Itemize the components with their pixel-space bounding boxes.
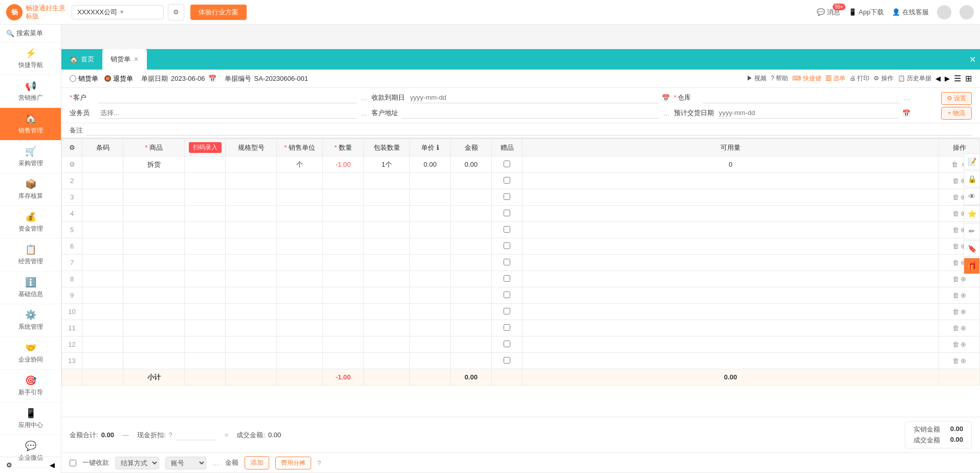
row-amount[interactable]: 0.00 [451,156,492,173]
delete-icon[interactable]: 🗑 [952,357,959,365]
tab-close-icon[interactable]: ✕ [134,56,139,63]
history-btn[interactable]: 📋 历史单据 [898,74,931,83]
delete-icon[interactable]: 🗑 [952,177,959,185]
col-scan[interactable]: 扫码录入 [185,139,226,156]
copy-icon[interactable]: ⊕ [961,357,966,365]
fenbai-button[interactable]: 费用分摊 [275,457,311,469]
list-view-icon[interactable]: ☰ [954,74,961,83]
grid-view-icon[interactable]: ⊞ [965,74,972,83]
delete-icon[interactable]: 🗑 [952,308,959,316]
select-order-btn[interactable]: ☰ 选单 [825,74,845,83]
tab-home[interactable]: 🏠 首页 [61,49,102,70]
question-icon[interactable]: ? [169,431,172,439]
delete-icon[interactable]: 🗑 [952,275,959,283]
avatar[interactable] [937,5,951,19]
row-pack-qty[interactable]: 1个 [364,156,410,173]
radio-return[interactable]: 退货单 [104,74,133,83]
sidebar-item-app-center[interactable]: 📱 应用中心 [0,402,61,435]
settings-button[interactable]: ⚙ 设置 [941,92,972,105]
customer-address-ellipsis[interactable]: … [663,109,670,117]
copy-icon[interactable]: ⊕ [961,291,966,299]
app-download-btn[interactable]: 📱 App下载 [848,8,884,17]
warehouse-ellipsis[interactable]: … [904,94,910,102]
account-ellipsis[interactable]: … [212,459,219,467]
copy-icon[interactable]: ⊕ [961,275,966,283]
sidebar-item-guide[interactable]: 🎯 新手引导 [0,370,61,402]
delete-icon[interactable]: 🗑 [952,193,959,201]
sidebar-item-marketing[interactable]: 📢 营销推广 [0,75,61,108]
copy-icon[interactable]: ⊕ [961,308,966,316]
right-tool-note[interactable]: 📝 [964,153,980,170]
calendar-icon[interactable]: 📅 [208,75,216,82]
delete-icon[interactable]: 🗑 [952,341,959,348]
company-selector[interactable]: XXXXXX公司 ▼ [72,5,164,19]
sidebar-item-finance[interactable]: 💰 资金管理 [0,206,61,239]
row-spec[interactable] [226,156,277,173]
prev-icon[interactable]: ◀ [935,75,941,82]
settings-icon-btn[interactable]: ⚙ [168,4,184,20]
sidebar-item-inventory[interactable]: 📦 库存核算 [0,173,61,206]
sidebar-item-operations[interactable]: 📋 经营管理 [0,239,61,272]
remarks-input[interactable] [86,125,972,136]
message-btn[interactable]: 💬 消息 99+ [817,8,840,17]
right-tool-bookmark[interactable]: 🔖 [964,240,980,257]
warehouse-input[interactable]: 建材仓 [703,92,900,103]
collapse-sidebar-icon[interactable]: ◀ [50,461,55,469]
copy-icon[interactable]: ⊕ [961,341,966,348]
expected-delivery-input[interactable] [717,107,899,119]
radio-sale[interactable]: 销货单 [70,74,98,83]
sidebar-item-purchase[interactable]: 🛒 采购管理 [0,141,61,173]
scan-btn[interactable]: 扫码录入 [189,142,222,153]
account-select[interactable]: 账号 [165,457,206,469]
delete-icon[interactable]: 🗑 [952,291,959,299]
sidebar-item-quick-nav[interactable]: ⚡ 快捷导航 [0,42,61,75]
discount-input[interactable] [176,430,216,440]
row-goods[interactable]: 拆货 [123,156,185,173]
copy-icon[interactable]: ⊕ [961,324,966,332]
video-btn[interactable]: ▶ 视频 [747,74,767,83]
online-service-btn[interactable]: 👤 在线客服 [892,8,929,17]
row-gift[interactable] [492,156,522,173]
due-date-input[interactable] [408,92,658,103]
calc-method-select[interactable]: 结算方式 [115,457,159,469]
avatar-2[interactable] [960,5,974,19]
delete-icon[interactable]: 🗑 [952,324,959,332]
right-tool-lock[interactable]: 🔒 [964,171,980,187]
sidebar-item-basic-info[interactable]: ℹ️ 基础信息 [0,272,61,304]
delete-icon[interactable]: 🗑 [952,210,959,217]
one-click-pay-checkbox[interactable] [70,460,76,466]
logistics-button[interactable]: + 物流 [941,107,972,120]
right-tool-view[interactable]: 👁 [964,188,980,205]
sidebar-item-system[interactable]: ⚙️ 系统管理 [0,304,61,337]
salesperson-ellipsis[interactable]: … [361,109,367,117]
operations-btn[interactable]: ⚙ 操作 [874,74,893,83]
row-unit[interactable]: 个 [277,156,323,173]
fenbai-help-icon[interactable]: ? [317,459,321,467]
print-btn[interactable]: 🖨 打印 [850,74,869,83]
tab-sale-order[interactable]: 销货单 ✕ [102,49,147,70]
sidebar-item-search[interactable]: 🔍 搜索菜单 [0,25,61,42]
close-all-tabs-icon[interactable]: ✕ [969,55,976,64]
shortcut-btn[interactable]: ⌨ 快捷键 [792,74,821,83]
right-tool-favorite[interactable]: ⭐ [964,206,980,222]
next-icon[interactable]: ▶ [945,75,950,82]
add-payment-button[interactable]: 添加 [245,456,269,469]
customer-ellipsis[interactable]: … [361,94,367,102]
right-tool-edit[interactable]: ✏ [964,223,980,239]
sidebar-item-collab[interactable]: 🤝 企业协同 [0,337,61,370]
row-gear[interactable]: ⚙ [62,156,82,173]
delete-icon[interactable]: 🗑 [952,226,959,234]
row-price[interactable]: 0.00 [410,156,451,173]
customer-address-input[interactable] [401,107,659,119]
settings-bottom-icon[interactable]: ⚙ [6,461,12,469]
due-date-calendar-icon[interactable]: 📅 [662,94,670,102]
delete-icon[interactable]: 🗑 [952,259,959,266]
delete-row-icon[interactable]: 🗑 [951,161,958,168]
sidebar-item-sales[interactable]: 🏠 销售管理 [0,108,61,141]
trial-button[interactable]: 体验行业方案 [190,5,247,20]
expected-delivery-calendar-icon[interactable]: 📅 [902,109,910,117]
salesperson-input[interactable] [98,107,357,119]
row-barcode[interactable] [82,156,123,173]
customer-input[interactable] [98,92,357,103]
delete-icon[interactable]: 🗑 [952,242,959,250]
